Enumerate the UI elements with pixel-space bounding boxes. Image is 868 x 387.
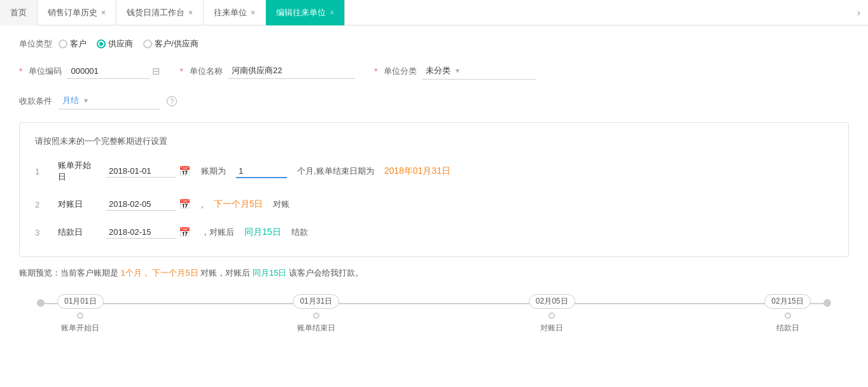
main-content: 单位类型 客户 供应商 客户/供应商 * 单位编 <box>0 25 868 387</box>
payment-help-icon[interactable]: ? <box>167 96 177 106</box>
tab-partners-label: 往来单位 <box>214 7 247 18</box>
period-date-2-group: 📅 <box>106 198 191 211</box>
timeline-section: 01月01日 账单开始日 01月31日 账单结束日 02月05日 对账日 02月… <box>19 294 849 359</box>
tab-sales-history-label: 销售订单历史 <box>48 7 97 18</box>
period-date-1-group: 📅 <box>106 165 191 178</box>
unit-type-label: 单位类型 <box>19 38 52 50</box>
tab-cash-work[interactable]: 钱货日清工作台 × <box>116 0 204 25</box>
tab-home-label: 首页 <box>10 7 27 18</box>
tab-bar: 首页 销售订单历史 × 钱货日清工作台 × 往来单位 × 编辑往来单位 × › <box>0 0 868 25</box>
timeline-label-bottom-2: 账单结束日 <box>297 323 335 334</box>
payment-condition-chevron: ▾ <box>84 96 88 105</box>
period-row-1: 1 账单开始日 📅 账期为 个月,账单结束日期为 2018年01月31日 <box>35 160 833 183</box>
radio-customer-circle <box>59 39 67 48</box>
preview-reconcile-suffix: 对账，对账后 <box>200 268 250 278</box>
unit-code-input-group: ⊟ <box>67 64 160 79</box>
unit-code-required: * <box>19 66 22 76</box>
unit-code-label: 单位编码 <box>29 66 62 77</box>
period-date-3-cal-icon[interactable]: 📅 <box>179 227 191 238</box>
tab-cash-work-label: 钱货日清工作台 <box>127 7 185 18</box>
radio-supplier-circle <box>97 39 106 48</box>
payment-condition-select[interactable]: 月结 ▾ <box>59 92 160 109</box>
timeline-dot-3 <box>549 313 555 319</box>
period-text-3-suffix: 结款 <box>291 227 308 238</box>
period-section: 请按照未来的一个完整帐期进行设置 1 账单开始日 📅 账期为 个月,账单结束日期… <box>19 122 849 257</box>
unit-name-label: 单位名称 <box>190 66 223 77</box>
radio-supplier[interactable]: 供应商 <box>97 38 133 50</box>
period-end-date-1: 2018年01月31日 <box>384 165 451 177</box>
preview-payment: 同月15日 <box>253 268 286 278</box>
tab-sales-history-close[interactable]: × <box>101 8 106 17</box>
unit-type-row: 单位类型 客户 供应商 客户/供应商 <box>19 38 849 50</box>
period-label-1: 账单开始日 <box>58 160 96 183</box>
timeline-label-top-2: 01月31日 <box>293 294 339 309</box>
unit-type-radio-group: 客户 供应商 客户/供应商 <box>59 38 199 50</box>
tab-edit-partner[interactable]: 编辑往来单位 × <box>266 0 345 25</box>
period-highlight-3: 同月15日 <box>244 227 281 238</box>
preview-text: 账期预览：当前客户账期是 1个月， 下一个月5日 对账，对账后 同月15日 该客… <box>19 267 849 279</box>
unit-name-group: * 单位名称 <box>179 64 354 79</box>
unit-info-row: * 单位编码 ⊟ * 单位名称 * 单位分类 未分类 ▾ <box>19 62 849 80</box>
tab-edit-partner-label: 编辑往来单位 <box>276 7 326 18</box>
period-text-1: 账期为 <box>201 165 226 177</box>
payment-condition-row: 收款条件 月结 ▾ ? <box>19 92 849 109</box>
unit-category-group: * 单位分类 未分类 ▾ <box>374 62 536 80</box>
timeline-label-bottom-1: 账单开始日 <box>61 323 99 334</box>
timeline-label-top-3: 02月05日 <box>529 294 575 309</box>
timeline-dot-4 <box>785 313 791 319</box>
period-text-3-prefix: ，对账后 <box>201 227 234 238</box>
period-months-suffix: 个月,账单结束日期为 <box>297 165 374 177</box>
period-date-1-input[interactable] <box>106 165 176 178</box>
period-row-3: 3 结款日 📅 ，对账后 同月15日 结款 <box>35 226 833 239</box>
unit-category-label: 单位分类 <box>384 66 417 77</box>
period-months-input[interactable] <box>236 165 287 178</box>
radio-supplier-dot <box>99 42 103 46</box>
period-row-2: 2 对账日 📅 , 下一个月5日 对账 <box>35 198 833 211</box>
tab-more-button[interactable]: › <box>850 0 868 25</box>
period-date-1-cal-icon[interactable]: 📅 <box>179 165 191 177</box>
period-date-3-group: 📅 <box>106 226 191 239</box>
period-text-2-prefix: , <box>201 200 204 209</box>
preview-period: 1个月， <box>121 268 150 278</box>
period-num-3: 3 <box>35 228 48 237</box>
unit-name-input[interactable] <box>228 64 355 79</box>
radio-both[interactable]: 客户/供应商 <box>143 38 199 50</box>
period-highlight-2: 下一个月5日 <box>214 199 263 210</box>
period-num-2: 2 <box>35 200 48 209</box>
timeline-point-1: 01月01日 账单开始日 <box>57 294 104 334</box>
radio-customer[interactable]: 客户 <box>59 38 87 50</box>
timeline-point-3: 02月05日 对账日 <box>529 294 575 334</box>
unit-category-select[interactable]: 未分类 ▾ <box>422 62 536 80</box>
unit-code-group: * 单位编码 ⊟ <box>19 64 160 79</box>
radio-supplier-label: 供应商 <box>108 38 133 50</box>
timeline-label-top-1: 01月01日 <box>57 294 104 309</box>
tab-sales-history[interactable]: 销售订单历史 × <box>38 0 116 25</box>
timeline-label-top-4: 02月15日 <box>764 294 811 309</box>
timeline-point-2: 01月31日 账单结束日 <box>293 294 339 334</box>
unit-name-required: * <box>179 66 183 76</box>
period-date-3-input[interactable] <box>106 226 176 239</box>
tab-cash-work-close[interactable]: × <box>188 8 193 17</box>
tab-edit-partner-close[interactable]: × <box>330 8 334 17</box>
unit-code-input[interactable] <box>67 64 150 79</box>
tab-home[interactable]: 首页 <box>0 0 38 25</box>
radio-both-label: 客户/供应商 <box>155 38 199 50</box>
payment-condition-label: 收款条件 <box>19 95 52 107</box>
timeline-dot-1 <box>77 313 83 319</box>
tab-partners-close[interactable]: × <box>251 8 255 17</box>
radio-customer-label: 客户 <box>70 38 87 50</box>
preview-suffix: 该客户会给我打款。 <box>289 268 363 278</box>
unit-category-value: 未分类 <box>426 65 451 76</box>
period-date-2-cal-icon[interactable]: 📅 <box>179 199 191 210</box>
period-label-2: 对账日 <box>58 199 96 210</box>
preview-reconcile: 下一个月5日 <box>152 268 198 278</box>
timeline-point-4: 02月15日 结款日 <box>764 294 811 334</box>
radio-both-circle <box>143 39 152 48</box>
tab-partners[interactable]: 往来单位 × <box>204 0 266 25</box>
section-title: 请按照未来的一个完整帐期进行设置 <box>35 136 833 147</box>
period-date-2-input[interactable] <box>106 198 176 211</box>
period-num-1: 1 <box>35 167 48 176</box>
period-label-3: 结款日 <box>58 227 96 238</box>
unit-code-copy-icon[interactable]: ⊟ <box>152 66 160 77</box>
timeline-label-bottom-4: 结款日 <box>776 323 799 334</box>
